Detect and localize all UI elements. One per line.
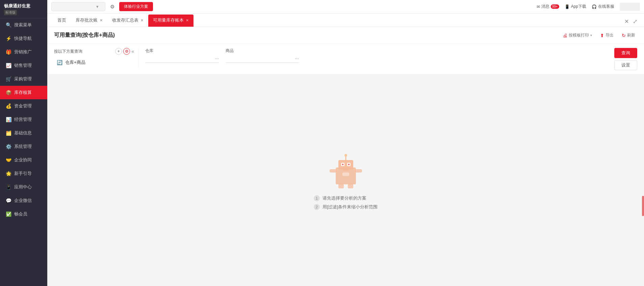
svg-rect-4 (342, 164, 343, 165)
sidebar-item-quick-nav[interactable]: ⚡ 快捷导航 (0, 32, 47, 45)
export-button[interactable]: ⬆ 导出 (598, 31, 616, 40)
close-tab-icon[interactable]: ✕ (623, 18, 630, 25)
print-icon: 🖨 (563, 33, 567, 38)
online-service-item[interactable]: 🎧 在线客服 (592, 4, 614, 9)
app-download-item[interactable]: 📱 App下载 (565, 4, 586, 9)
sidebar-item-operation[interactable]: 📊 经营管理 (0, 113, 47, 126)
search-box[interactable]: ▾ (51, 2, 105, 11)
sidebar-icon-purchase: 🛒 (5, 76, 11, 82)
tab-label-receipt-summary: 收发存汇总表 (112, 17, 138, 23)
settings-scheme-button[interactable]: ⚙ (123, 48, 130, 55)
empty-tip-1: 1 请先选择要分析的方案 (314, 195, 378, 201)
warehouse-input[interactable] (145, 56, 213, 61)
sidebar-item-cooperation[interactable]: 🤝 企业协同 (0, 153, 47, 167)
trial-industry-button[interactable]: 体验行业方案 (119, 2, 153, 11)
add-scheme-button[interactable]: + (115, 48, 122, 55)
svg-rect-6 (343, 168, 349, 171)
tab-close-batch-account[interactable]: ✕ (100, 18, 103, 23)
warehouse-filter-field: 仓库 ··· (145, 48, 219, 63)
collapse-icon[interactable]: « (131, 49, 134, 54)
query-button[interactable]: 查询 (614, 48, 637, 58)
filter-settings-button[interactable]: 设置 (614, 60, 637, 70)
warehouse-scheme-icon: 🔄 (57, 60, 62, 65)
sidebar-item-app-center[interactable]: 📱 应用中心 (0, 180, 47, 194)
tab-close-receipt-summary[interactable]: ✕ (140, 18, 144, 23)
refresh-label: 刷新 (627, 32, 635, 38)
version-badge: 标准版 (4, 10, 17, 15)
refresh-button[interactable]: ↻ 刷新 (620, 31, 637, 40)
sidebar-item-member[interactable]: ✅ 畅会员 (0, 207, 47, 221)
sidebar-item-inventory[interactable]: 📦 库存核算 (0, 86, 47, 99)
sidebar-label-inventory: 库存核算 (14, 89, 32, 96)
filter-actions: 查询 设置 (610, 48, 637, 70)
gear-icon[interactable]: ⚙ (108, 3, 117, 10)
tab-batch-account[interactable]: 库存批次账✕ (71, 15, 107, 27)
scheme-panel: 按以下方案查询 + ⚙ « 🔄 仓库+商品 (54, 48, 138, 68)
sidebar-item-marketing[interactable]: 🎁 营销推广 (0, 45, 47, 59)
empty-state: 1 请先选择要分析的方案 2 用[过滤]条件来缩小分析范围 (47, 75, 644, 286)
sidebar-icon-quick-nav: ⚡ (5, 35, 11, 42)
empty-tips-container: 1 请先选择要分析的方案 2 用[过滤]条件来缩小分析范围 (314, 195, 378, 210)
tab-available-qty[interactable]: 可用量库存账本✕ (148, 15, 194, 27)
message-badge: 99+ (551, 4, 559, 9)
dropdown-arrow-icon[interactable]: ▾ (95, 3, 100, 10)
message-item[interactable]: ✉ 消息 99+ (537, 4, 559, 9)
product-more-icon[interactable]: ··· (295, 56, 299, 61)
main-area: ▾ ⚙ 体验行业方案 ✉ 消息 99+ 📱 App下载 🎧 在线客服 首页库存批… (47, 0, 644, 286)
sidebar-label-app-center: 应用中心 (14, 184, 32, 190)
message-icon: ✉ (537, 4, 540, 9)
sidebar-scroll: 🔍 搜索菜单 ⚡ 快捷导航 🎁 营销推广 📈 销售管理 🛒 采购管理 📦 库存核… (0, 18, 47, 286)
tab-receipt-summary[interactable]: 收发存汇总表✕ (107, 15, 148, 27)
sidebar-label-sales: 销售管理 (14, 62, 32, 69)
scheme-header: 按以下方案查询 + ⚙ « (54, 48, 134, 55)
sidebar-label-purchase: 采购管理 (14, 76, 32, 82)
scrollbar-indicator[interactable] (642, 196, 644, 216)
sidebar: 畅康通好生意 标准版 🔍 搜索菜单 ⚡ 快捷导航 🎁 营销推广 📈 销售管理 🛒… (0, 0, 47, 286)
svg-rect-9 (338, 184, 344, 188)
tab-label-home: 首页 (57, 17, 66, 23)
tab-label-available-qty: 可用量库存账本 (153, 17, 184, 23)
app-download-label: App下载 (571, 4, 586, 9)
filter-row: 按以下方案查询 + ⚙ « 🔄 仓库+商品 仓 (54, 48, 637, 70)
sidebar-item-system[interactable]: ⚙️ 系统管理 (0, 140, 47, 153)
sidebar-icon-inventory: 📦 (5, 89, 11, 96)
sidebar-label-system: 系统管理 (14, 144, 32, 150)
sidebar-item-purchase[interactable]: 🛒 采购管理 (0, 72, 47, 86)
sidebar-item-finance[interactable]: 💰 资金管理 (0, 99, 47, 113)
mobile-icon: 📱 (565, 4, 570, 9)
warehouse-label: 仓库 (145, 48, 219, 54)
warehouse-more-icon[interactable]: ··· (215, 56, 219, 61)
search-input[interactable] (54, 4, 95, 9)
sidebar-item-wechat[interactable]: 💬 企业微信 (0, 194, 47, 207)
sidebar-item-basic[interactable]: 🗂️ 基础信息 (0, 126, 47, 140)
sidebar-icon-system: ⚙️ (5, 144, 11, 150)
scheme-item-warehouse-product[interactable]: 🔄 仓库+商品 (54, 57, 134, 68)
sidebar-label-member: 畅会员 (14, 211, 27, 217)
sidebar-label-search: 搜索菜单 (14, 22, 32, 28)
print-dropdown-icon[interactable]: ▾ (590, 33, 592, 37)
expand-icon[interactable]: ⤢ (632, 18, 639, 25)
empty-illustration-svg (326, 151, 366, 191)
sidebar-icon-finance: 💰 (5, 103, 11, 109)
sidebar-icon-marketing: 🎁 (5, 49, 11, 55)
svg-rect-7 (330, 169, 336, 173)
sidebar-label-cooperation: 企业协同 (14, 157, 32, 163)
sidebar-label-finance: 资金管理 (14, 103, 32, 109)
tip-text-2: 用[过滤]条件来缩小分析范围 (323, 204, 378, 210)
tab-close-available-qty[interactable]: ✕ (186, 18, 189, 23)
sidebar-item-sales[interactable]: 📈 销售管理 (0, 59, 47, 72)
page-header-actions: 🖨 按模板打印 ▾ ⬆ 导出 ↻ 刷新 (561, 31, 637, 40)
sidebar-item-search[interactable]: 🔍 搜索菜单 (0, 18, 47, 32)
scheme-item-label: 仓库+商品 (65, 59, 85, 66)
product-input[interactable] (226, 56, 293, 61)
product-label: 商品 (226, 48, 299, 54)
tabbar-right-buttons: ✕ ⤢ (623, 18, 639, 27)
sidebar-label-guide: 新手引导 (14, 171, 32, 177)
tab-home[interactable]: 首页 (53, 15, 71, 27)
sidebar-icon-cooperation: 🤝 (5, 157, 11, 163)
print-label: 按模板打印 (569, 32, 589, 38)
sidebar-item-guide[interactable]: 🌟 新手引导 (0, 167, 47, 180)
print-button[interactable]: 🖨 按模板打印 ▾ (561, 31, 594, 40)
page-title: 可用量查询(按仓库+商品) (54, 32, 115, 39)
user-avatar[interactable] (620, 3, 640, 11)
